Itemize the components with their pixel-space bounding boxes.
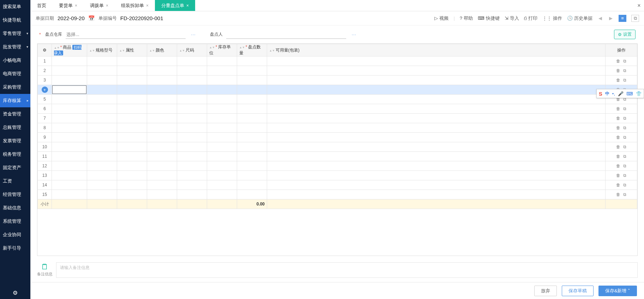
- cell[interactable]: [52, 114, 87, 123]
- cell[interactable]: [87, 95, 117, 104]
- sort-icon[interactable]: ▲▼: [179, 49, 185, 52]
- close-all-tabs-icon[interactable]: ×: [634, 0, 644, 11]
- cell[interactable]: [52, 171, 87, 180]
- copy-row-icon[interactable]: ⧉: [623, 68, 626, 73]
- copy-row-icon[interactable]: ⧉: [623, 135, 626, 140]
- delete-row-icon[interactable]: 🗑: [616, 173, 620, 178]
- sidebar-item-6[interactable]: 采购管理: [0, 80, 30, 94]
- toolbar-help-link[interactable]: ?帮助: [460, 15, 473, 22]
- tab-1[interactable]: 要货单×: [53, 0, 84, 11]
- cell[interactable]: [237, 123, 267, 133]
- sort-icon[interactable]: ▲▼: [239, 46, 245, 49]
- ime-keyboard-icon[interactable]: ⌨: [626, 91, 633, 96]
- cell[interactable]: [207, 133, 237, 142]
- abandon-button[interactable]: 放弃: [534, 286, 557, 296]
- cell[interactable]: [87, 171, 117, 180]
- sort-icon[interactable]: ▲▼: [149, 49, 155, 52]
- cell[interactable]: [177, 161, 207, 171]
- sidebar-item-7[interactable]: 库存核算▾: [0, 94, 30, 107]
- copy-row-icon[interactable]: ⧉: [623, 173, 626, 178]
- cell[interactable]: [237, 104, 267, 114]
- copy-row-icon[interactable]: ⧉: [623, 59, 626, 64]
- cell[interactable]: [267, 104, 606, 114]
- cell[interactable]: [267, 56, 606, 66]
- delete-row-icon[interactable]: 🗑: [616, 125, 620, 130]
- ime-toolbar[interactable]: S 中 •, 🎤 ⌨ 👕: [596, 89, 644, 98]
- cell[interactable]: [147, 142, 177, 152]
- delete-row-icon[interactable]: 🗑: [616, 183, 620, 187]
- cell[interactable]: [52, 56, 87, 66]
- close-icon[interactable]: ×: [75, 3, 77, 8]
- cell[interactable]: [177, 76, 207, 85]
- cell[interactable]: [147, 180, 177, 190]
- copy-row-icon[interactable]: ⧉: [623, 125, 626, 130]
- sidebar-item-4[interactable]: 小畅电商: [0, 54, 30, 67]
- sort-icon[interactable]: ▲▼: [54, 46, 60, 49]
- cell[interactable]: [177, 171, 207, 180]
- cell[interactable]: [147, 56, 177, 66]
- cell[interactable]: [177, 56, 207, 66]
- active-cell-editor[interactable]: [52, 85, 86, 94]
- cell[interactable]: [207, 56, 237, 66]
- cell[interactable]: [177, 95, 207, 104]
- view-toggle-1[interactable]: ⧉: [631, 15, 639, 22]
- cell[interactable]: [87, 114, 117, 123]
- cell[interactable]: [207, 104, 237, 114]
- cell[interactable]: [147, 114, 177, 123]
- delete-row-icon[interactable]: 🗑: [616, 135, 620, 140]
- save-new-button[interactable]: 保存&新增 ˄: [598, 286, 637, 296]
- sidebar-item-16[interactable]: 系统管理: [0, 215, 30, 228]
- copy-row-icon[interactable]: ⧉: [623, 116, 626, 121]
- copy-row-icon[interactable]: ⧉: [623, 183, 626, 187]
- cell[interactable]: [87, 133, 117, 142]
- cell[interactable]: [207, 180, 237, 190]
- sidebar-item-12[interactable]: 固定资产: [0, 161, 30, 174]
- sidebar-item-3[interactable]: 批发管理▾: [0, 40, 30, 54]
- tab-4[interactable]: 分量盘点单×: [155, 0, 195, 11]
- cell[interactable]: [52, 85, 87, 95]
- cell[interactable]: [267, 190, 606, 199]
- cell[interactable]: [267, 142, 606, 152]
- ime-punct-icon[interactable]: •,: [612, 91, 615, 96]
- cell[interactable]: [237, 142, 267, 152]
- prev-record-icon[interactable]: ◀: [597, 16, 603, 21]
- cell[interactable]: [117, 66, 147, 76]
- sidebar-item-10[interactable]: 发票管理: [0, 134, 30, 148]
- sidebar-gear-icon[interactable]: ⚙: [0, 287, 30, 299]
- cell[interactable]: [147, 171, 177, 180]
- cell[interactable]: [87, 180, 117, 190]
- sidebar-item-13[interactable]: 工资: [0, 174, 30, 188]
- cell[interactable]: [147, 152, 177, 161]
- table-row[interactable]: 13🗑⧉: [38, 171, 637, 180]
- tab-2[interactable]: 调拨单×: [84, 0, 115, 11]
- cell[interactable]: [267, 180, 606, 190]
- copy-row-icon[interactable]: ⧉: [623, 154, 626, 159]
- cell[interactable]: [52, 123, 87, 133]
- cell[interactable]: [207, 171, 237, 180]
- cell[interactable]: [207, 123, 237, 133]
- cell[interactable]: [177, 152, 207, 161]
- cell[interactable]: [117, 114, 147, 123]
- toolbar-print-link[interactable]: ⎙打印: [524, 15, 537, 22]
- cell[interactable]: [267, 85, 606, 95]
- toolbar-play-link[interactable]: ▷视频: [434, 15, 449, 22]
- table-row[interactable]: 14🗑⧉: [38, 180, 637, 190]
- cell[interactable]: [177, 180, 207, 190]
- table-row[interactable]: 3🗑⧉: [38, 76, 637, 85]
- cell[interactable]: [117, 142, 147, 152]
- cell[interactable]: [52, 133, 87, 142]
- sort-icon[interactable]: ▲▼: [209, 46, 215, 49]
- cell[interactable]: [52, 76, 87, 85]
- copy-row-icon[interactable]: ⧉: [623, 78, 626, 83]
- sidebar-item-17[interactable]: 企业协同: [0, 228, 30, 241]
- cell[interactable]: [52, 152, 87, 161]
- ime-lang-badge[interactable]: 中: [605, 91, 609, 97]
- cell[interactable]: [147, 66, 177, 76]
- cell[interactable]: [117, 171, 147, 180]
- delete-row-icon[interactable]: 🗑: [616, 116, 620, 121]
- cell[interactable]: [87, 104, 117, 114]
- copy-row-icon[interactable]: ⧉: [623, 192, 626, 197]
- cell[interactable]: [87, 85, 117, 95]
- cell[interactable]: [177, 85, 207, 95]
- table-row[interactable]: 6🗑⧉: [38, 104, 637, 114]
